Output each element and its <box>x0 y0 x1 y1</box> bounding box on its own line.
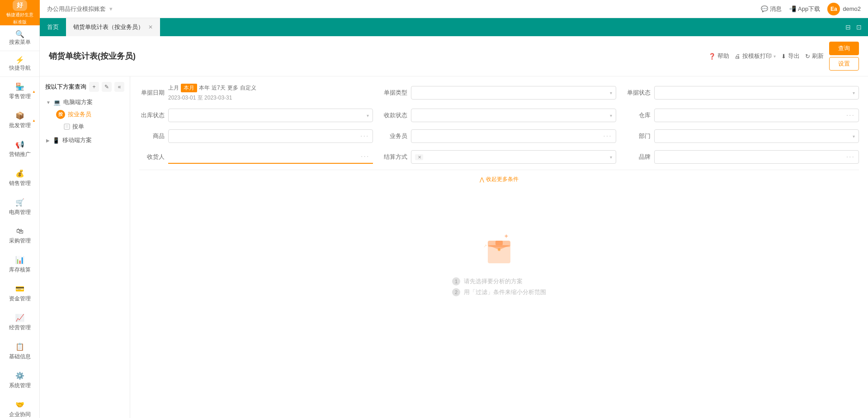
doc-scheme[interactable]: 按单 <box>43 121 126 133</box>
header-breadcrumb: 办公用品行业模拟账套 ▾ <box>47 5 113 13</box>
home-tab-label: 首页 <box>47 23 59 31</box>
clear-payment-method-btn[interactable]: ✕ <box>418 155 421 160</box>
tab-close-icon[interactable]: ✕ <box>148 24 153 30</box>
department-input[interactable]: ▾ <box>654 129 859 143</box>
sidebar: 好 畅捷通好生意 标准版 🔍 搜索菜单 ⚡ 快捷导航 🏪 零售管理 📦 批发管理… <box>0 0 40 418</box>
out-status-label: 出库状态 <box>139 111 165 119</box>
pc-group-icon: 💻 <box>53 99 61 106</box>
message-btn[interactable]: 💬 消息 <box>761 5 782 13</box>
maximize-btn[interactable]: ⊡ <box>855 24 863 31</box>
sidebar-item-system[interactable]: ⚙️ 系统管理 <box>0 366 39 395</box>
date-custom[interactable]: 自定义 <box>240 84 256 92</box>
query-button[interactable]: 查询 <box>829 42 859 55</box>
doc-type-input[interactable]: ▾ <box>411 86 616 100</box>
payment-method-input[interactable]: ✕ ▾ <box>411 150 616 164</box>
sidebar-item-basic-info[interactable]: 📋 基础信息 <box>0 337 39 366</box>
out-status-input[interactable]: ▾ <box>168 109 373 122</box>
avatar-initials: Ea <box>830 6 837 12</box>
step-1-num: 1 <box>452 277 460 285</box>
refresh-icon: ↻ <box>805 53 810 60</box>
filter-payment-method: 结算方式 ✕ ▾ <box>382 150 616 164</box>
tab-sales-stat[interactable]: 销货单统计表（按业务员） ✕ <box>66 18 160 36</box>
mobile-scheme-parent[interactable]: ▶ 📱 移动端方案 <box>43 134 126 146</box>
sales-icon: 💰 <box>15 169 24 178</box>
receipt-status-label: 收款状态 <box>382 111 407 119</box>
doc-status-input[interactable]: ▾ <box>654 86 859 100</box>
mobile-group-icon: 📱 <box>52 137 60 144</box>
app-download-btn[interactable]: 📲 App下载 <box>789 5 820 13</box>
pc-group-label: 电脑端方案 <box>63 98 93 106</box>
doc-scheme-icon <box>63 123 71 130</box>
sidebar-item-purchase[interactable]: 🛍 采购管理 <box>0 222 39 250</box>
goods-label: 商品 <box>139 132 165 140</box>
receiver-input[interactable]: ··· <box>168 150 373 164</box>
sidebar-search[interactable]: 🔍 搜索菜单 <box>0 25 39 51</box>
warehouse-input[interactable]: ··· <box>654 109 859 122</box>
empty-step-2: 2 用「过滤」条件来缩小分析范围 <box>452 288 546 296</box>
date-current-month[interactable]: 本月 <box>181 84 197 92</box>
pc-scheme-parent[interactable]: ▼ 💻 电脑端方案 <box>43 96 126 108</box>
panel-header-icons: + ✎ « <box>89 82 124 92</box>
sidebar-item-finance[interactable]: 💳 资金管理 <box>0 279 39 308</box>
date-prev-month[interactable]: 上月 <box>168 84 179 92</box>
sidebar-item-sales[interactable]: 💰 销售管理 <box>0 164 39 193</box>
finance-label: 资金管理 <box>9 295 31 303</box>
salesman-scheme[interactable]: 按 按业务员 <box>43 108 126 121</box>
receipt-status-input[interactable]: ▾ <box>411 109 616 122</box>
user-profile[interactable]: Ea demo2 <box>827 3 861 15</box>
settings-button[interactable]: 设置 <box>829 57 859 71</box>
empty-step-1: 1 请先选择要分析的方案 <box>452 277 546 285</box>
salesman-input[interactable]: ··· <box>411 129 616 143</box>
goods-input[interactable]: ··· <box>168 129 373 143</box>
filter-date: 单据日期 上月 本月 本年 近7天 更多 自定义 2023-03-01 至 20… <box>139 84 373 102</box>
filter-receiver: 收货人 ··· <box>139 150 373 164</box>
warehouse-dots: ··· <box>846 111 855 119</box>
brand-input[interactable]: ··· <box>654 150 859 164</box>
breadcrumb-arrow: ▾ <box>109 5 113 12</box>
step-2-text: 用「过滤」条件来缩小分析范围 <box>464 288 546 296</box>
minimize-btn[interactable]: ⊟ <box>844 24 852 31</box>
sidebar-item-enterprise[interactable]: 🤝 企业协同 <box>0 395 39 418</box>
inventory-icon: 📊 <box>15 256 24 264</box>
message-label: 消息 <box>770 5 782 13</box>
add-scheme-btn[interactable]: + <box>89 82 99 92</box>
sidebar-item-retail[interactable]: 🏪 零售管理 <box>0 77 39 106</box>
tab-home[interactable]: 首页 <box>40 18 66 36</box>
date-more[interactable]: 更多 <box>227 84 238 92</box>
goods-dots: ··· <box>360 132 369 140</box>
filter-doc-status: 单据状态 ▾ <box>625 84 859 102</box>
svg-point-10 <box>498 248 500 251</box>
sidebar-item-marketing[interactable]: 📢 营销推广 <box>0 135 39 164</box>
doc-status-label: 单据状态 <box>625 89 651 97</box>
ecommerce-icon: 🛒 <box>15 198 24 207</box>
date-current-year[interactable]: 本年 <box>199 84 210 92</box>
collapse-bar[interactable]: ⋀ 收起更多条件 <box>139 170 859 189</box>
help-icon: ❓ <box>708 53 716 60</box>
export-btn[interactable]: ⬇ 导出 <box>781 52 800 60</box>
sidebar-item-inventory[interactable]: 📊 库存核算 <box>0 250 39 279</box>
refresh-label: 刷新 <box>812 52 824 60</box>
svg-text:↗: ↗ <box>483 243 487 248</box>
collapse-panel-btn[interactable]: « <box>114 82 124 92</box>
template-print-btn[interactable]: 🖨 按模板打印 ▾ <box>735 52 776 60</box>
mobile-group-label: 移动端方案 <box>62 136 92 144</box>
left-panel: 按以下方案查询 + ✎ « ▼ 💻 电脑端方案 <box>40 76 130 418</box>
svg-text:↑: ↑ <box>508 241 510 246</box>
edit-scheme-btn[interactable]: ✎ <box>102 82 112 92</box>
collapse-label: 收起更多条件 <box>486 176 519 183</box>
brand-label: 品牌 <box>625 153 651 161</box>
help-btn[interactable]: ❓ 帮助 <box>708 52 729 60</box>
filter-goods: 商品 ··· <box>139 129 373 143</box>
sidebar-item-wholesale[interactable]: 📦 批发管理 <box>0 106 39 135</box>
marketing-icon: 📢 <box>15 140 24 149</box>
sidebar-item-ecommerce[interactable]: 🛒 电商管理 <box>0 193 39 222</box>
logo[interactable]: 好 畅捷通好生意 标准版 <box>0 0 40 25</box>
help-label: 帮助 <box>717 52 729 60</box>
sidebar-item-operations[interactable]: 📈 经营管理 <box>0 308 39 337</box>
sidebar-quick-nav[interactable]: ⚡ 快捷导航 <box>0 51 39 77</box>
refresh-btn[interactable]: ↻ 刷新 <box>805 52 824 60</box>
receiver-label: 收货人 <box>139 153 165 161</box>
date-7days[interactable]: 近7天 <box>212 84 226 92</box>
app-download-label: App下载 <box>798 5 820 13</box>
warehouse-label: 仓库 <box>625 111 651 119</box>
